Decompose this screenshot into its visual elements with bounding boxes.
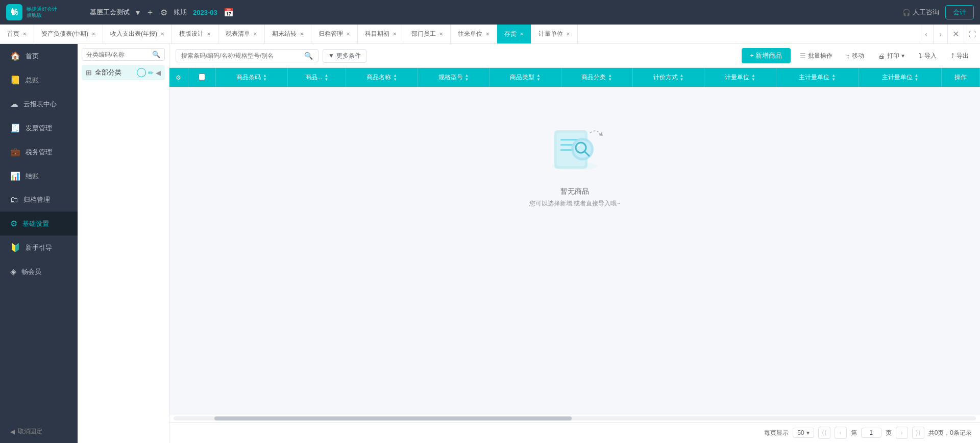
tab-inventory[interactable]: 存货 ✕ (497, 25, 531, 44)
product-search-box[interactable]: 🔍 (176, 49, 318, 62)
sidebar-item-invoice[interactable]: 🧾 发票管理 (0, 116, 78, 140)
tab-close-all-button[interactable]: ✕ (947, 25, 964, 44)
close-icon[interactable]: ✕ (300, 31, 304, 37)
search-icon[interactable]: 🔍 (152, 51, 160, 58)
account-button[interactable]: 会计 (945, 5, 974, 19)
close-icon[interactable]: ✕ (393, 31, 397, 37)
calendar-icon[interactable]: 📅 (224, 8, 234, 17)
collapse-icon[interactable]: ◀ (156, 69, 161, 77)
export-icon: ⤴ (951, 52, 954, 60)
dropdown-icon[interactable]: ▾ (136, 8, 140, 17)
col-type[interactable]: 商品类型▲▼ (489, 68, 561, 87)
col-extra[interactable]: 主计量单位▲▼ (859, 68, 941, 87)
move-icon: ↕ (847, 52, 850, 60)
export-button[interactable]: ⤴ 导出 (946, 50, 974, 62)
col-code[interactable]: 商品...▲▼ (287, 68, 346, 87)
product-search-input[interactable] (181, 52, 304, 59)
all-category-label: 全部分类 (95, 68, 121, 77)
page-prev-button[interactable]: ‹ (835, 427, 847, 439)
category-search-input[interactable] (86, 51, 152, 58)
tab-subject-init[interactable]: 科目期初 ✕ (358, 25, 404, 44)
sidebar-item-guide[interactable]: 🔰 新手引导 (0, 236, 78, 260)
category-panel: 🔍 ⊞ 全部分类 ✏ ◀ (78, 44, 169, 443)
add-workspace-icon[interactable]: ＋ (146, 7, 154, 18)
sidebar-item-ledger[interactable]: 📒 总账 (0, 68, 78, 92)
page-size-label: 每页显示 (764, 429, 789, 437)
select-all-checkbox[interactable] (199, 74, 205, 80)
close-icon[interactable]: ✕ (253, 31, 257, 37)
print-button[interactable]: 🖨 打印 ▾ (873, 50, 910, 62)
col-price-method[interactable]: 计价方式▲▼ (632, 68, 704, 87)
sidebar-item-reports[interactable]: ☁ 云报表中心 (0, 92, 78, 116)
page-first-button[interactable]: ⟨⟨ (818, 427, 830, 439)
empty-state: 暂无商品 您可以选择新增,或者直接导入哦~ (169, 87, 980, 239)
col-settings[interactable]: ⚙ (169, 68, 188, 87)
sidebar-item-home[interactable]: 🏠 首页 (0, 44, 78, 68)
support-button[interactable]: 🎧 人工咨询 (902, 8, 939, 17)
top-bar: 畅 畅捷通好会计 旗舰版 基层工会测试 ▾ ＋ ⚙ 账期 2023-03 📅 🎧… (0, 0, 980, 25)
col-checkbox[interactable] (188, 68, 216, 87)
tab-template[interactable]: 模版设计 ✕ (172, 25, 218, 44)
category-search-box[interactable]: 🔍 (82, 48, 165, 61)
sidebar: 🏠 首页 📒 总账 ☁ 云报表中心 🧾 发票管理 💼 税务管理 📊 结账 🗂 归… (0, 44, 78, 443)
col-main-unit[interactable]: 主计量单位▲▼ (776, 68, 859, 87)
close-icon[interactable]: ✕ (160, 31, 164, 37)
page-number-input[interactable] (861, 428, 881, 438)
all-category-item[interactable]: ⊞ 全部分类 ✏ ◀ (82, 65, 165, 80)
scroll-track[interactable] (174, 416, 976, 421)
sidebar-item-settlement[interactable]: 📊 结账 (0, 164, 78, 188)
import-button[interactable]: ⤵ 导入 (914, 50, 942, 62)
sidebar-item-tax[interactable]: 💼 税务管理 (0, 140, 78, 164)
add-product-button[interactable]: + 新增商品 (742, 48, 790, 63)
col-spec[interactable]: 规格型号▲▼ (418, 68, 489, 87)
tab-next-button[interactable]: › (933, 25, 947, 44)
period-value: 2023-03 (193, 9, 217, 16)
filter-label: 更多条件 (336, 52, 361, 60)
search-icon[interactable]: 🔍 (304, 52, 313, 60)
sort-icon: ▲▼ (751, 74, 755, 82)
batch-button[interactable]: ☰ 批量操作 (795, 50, 838, 62)
close-icon[interactable]: ✕ (520, 31, 524, 37)
col-barcode[interactable]: 商品条码▲▼ (216, 68, 287, 87)
svg-point-11 (578, 144, 580, 146)
close-icon[interactable]: ✕ (485, 31, 489, 37)
sidebar-item-archive[interactable]: 🗂 归档管理 (0, 188, 78, 212)
col-name[interactable]: 商品名称▲▼ (346, 68, 418, 87)
move-button[interactable]: ↕ 移动 (842, 50, 870, 62)
filter-button[interactable]: ▼ 更多条件 (323, 49, 366, 63)
tab-expand-button[interactable]: ⛶ (964, 25, 980, 44)
page-next-button[interactable]: › (896, 427, 908, 439)
tab-tax-list[interactable]: 税表清单 ✕ (218, 25, 265, 44)
tab-archive[interactable]: 归档管理 ✕ (311, 25, 358, 44)
edit-icon[interactable]: ✏ (148, 69, 154, 77)
cancel-pin-button[interactable]: ◀ 取消固定 (0, 420, 78, 443)
page-last-button[interactable]: ⟩⟩ (912, 427, 924, 439)
scrollbar-area[interactable] (169, 414, 980, 422)
sidebar-item-member[interactable]: ◈ 畅会员 (0, 260, 78, 284)
close-icon[interactable]: ✕ (22, 31, 27, 37)
member-icon: ◈ (10, 267, 16, 276)
table-area: ⚙ 商品条码▲▼ 商品...▲▼ 商品名称▲▼ (169, 68, 980, 414)
tab-home[interactable]: 首页 ✕ (0, 25, 34, 44)
close-icon[interactable]: ✕ (207, 31, 211, 37)
sidebar-item-settings[interactable]: ⚙ 基础设置 (0, 212, 78, 236)
close-icon[interactable]: ✕ (91, 31, 95, 37)
tab-dept-staff[interactable]: 部门员工 ✕ (404, 25, 451, 44)
tab-arrows: ‹ › ✕ ⛶ (919, 25, 980, 44)
ledger-icon: 📒 (10, 75, 20, 85)
close-icon[interactable]: ✕ (346, 31, 350, 37)
tab-unit[interactable]: 计量单位 ✕ (531, 25, 578, 44)
tab-period-close[interactable]: 期末结转 ✕ (265, 25, 311, 44)
guide-icon: 🔰 (10, 243, 20, 252)
tab-balance-mid[interactable]: 资产负债表(中期) ✕ (34, 25, 103, 44)
col-category[interactable]: 商品分类▲▼ (561, 68, 632, 87)
col-unit[interactable]: 计量单位▲▼ (704, 68, 776, 87)
page-size-select[interactable]: 50 ▾ (793, 428, 814, 438)
tab-contacts[interactable]: 往来单位 ✕ (451, 25, 497, 44)
tab-income-year[interactable]: 收入支出表(年报) ✕ (103, 25, 172, 44)
close-icon[interactable]: ✕ (566, 31, 570, 37)
settings-icon[interactable]: ⚙ (160, 8, 167, 17)
close-icon[interactable]: ✕ (439, 31, 443, 37)
tab-prev-button[interactable]: ‹ (919, 25, 933, 44)
scroll-thumb[interactable] (214, 416, 572, 421)
